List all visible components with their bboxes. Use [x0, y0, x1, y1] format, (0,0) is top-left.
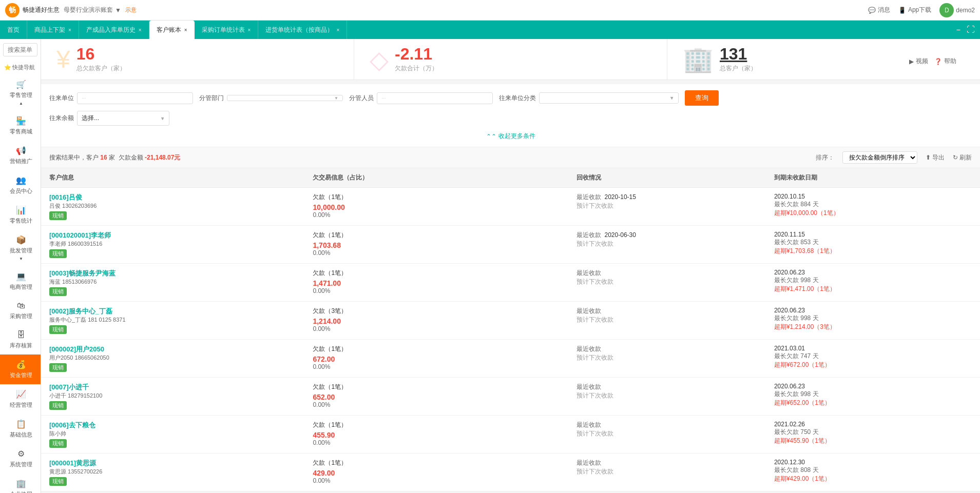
demo-link[interactable]: 示意 [125, 6, 137, 14]
close-icon[interactable]: × [336, 27, 339, 33]
sidebar-item-purchase[interactable]: 🛍 采购管理 [0, 296, 41, 325]
table-row-inner: [0007]小进千 小进千 18279152100 现销 欠款（1笔） 652.… [41, 378, 980, 415]
customer-name-6[interactable]: [0006]去下粮仓 [49, 421, 313, 430]
customer-name-1[interactable]: [0001020001]李老师 [49, 231, 313, 240]
store-selector[interactable]: 母婴行业演示账套 ▼ [64, 6, 121, 14]
debt-amount-7[interactable]: 429.00 [313, 469, 576, 477]
debt-amount-4[interactable]: 672.00 [313, 355, 576, 363]
result-actions: 排序： 按欠款金额倒序排序 ⬆ 导出 ↻ 刷新 [816, 151, 972, 164]
sidebar-item-ecommerce[interactable]: 💻 电商管理 [0, 266, 41, 296]
sidebar-item-batch-mgmt[interactable]: 📦 批发管理 ▼ [0, 230, 41, 266]
customer-name-3[interactable]: [0002]服务中心_丁磊 [49, 307, 313, 316]
overdue-amount-2[interactable]: 超期¥1,471.00（1笔） [774, 285, 972, 293]
overdue-amount-0[interactable]: 超期¥10,000.00（1笔） [774, 209, 972, 218]
tab-stock-summary-label: 进货单统计表（按商品） [265, 26, 333, 34]
message-btn[interactable]: 💬 消息 [868, 6, 890, 14]
query-button[interactable]: 查询 [685, 90, 719, 106]
help-btn[interactable]: ❓ 帮助 [934, 57, 956, 66]
unit-class-select[interactable]: ▼ [539, 92, 679, 104]
duedate-cell: 2020.12.30 最长欠款 808 天 超期¥429.00（1笔） [774, 459, 972, 483]
sort-label: 排序： [816, 153, 834, 162]
table-row: [000002]用户2050 用户2050 18665062050 现销 欠款（… [41, 340, 980, 378]
next-collection-1: 预计下次收款 [577, 240, 774, 248]
debt-amount-1[interactable]: 1,703.68 [313, 241, 576, 249]
sidebar-item-retail-mall[interactable]: 🏪 零售商城 [0, 111, 41, 141]
sidebar-item-members[interactable]: 👥 会员中心 [0, 170, 41, 200]
sidebar-item-retail-stats[interactable]: 📊 零售统计 [0, 200, 41, 230]
tab-customer-account[interactable]: 客户账本 × [149, 21, 195, 39]
sidebar-search-wrapper [0, 39, 41, 61]
close-icon[interactable]: × [184, 27, 187, 33]
close-icon[interactable]: × [68, 27, 71, 33]
close-icon[interactable]: × [248, 27, 251, 33]
customer-name-7[interactable]: [000001]黄思源 [49, 459, 313, 468]
customer-name-5[interactable]: [0007]小进千 [49, 383, 313, 392]
top-bar: 畅 畅捷通好生意 母婴行业演示账套 ▼ 示意 💬 消息 📱 App下载 D de… [0, 0, 980, 21]
sort-select[interactable]: 按欠款金额倒序排序 [842, 151, 917, 164]
sidebar-item-inventory[interactable]: 🗄 库存核算 [0, 325, 41, 354]
tab-home[interactable]: 首页 [0, 21, 27, 39]
tab-expand-icon[interactable]: ⛶ [967, 25, 975, 34]
search-input[interactable] [3, 43, 37, 56]
collection-cell: 最近收款 2020-06-30 预计下次收款 [577, 231, 774, 248]
user-area[interactable]: D demo2 [939, 3, 975, 17]
customer-name-0[interactable]: [0016]吕俊 [49, 193, 313, 202]
customer-info-cell: [000002]用户2050 用户2050 18665062050 现销 [49, 345, 313, 372]
sidebar-item-marketing[interactable]: 📢 营销推广 [0, 141, 41, 170]
debt-amount-6[interactable]: 455.90 [313, 431, 576, 439]
logo-area: 畅 畅捷通好生意 [5, 3, 60, 17]
sidebar-item-enterprise[interactable]: 🏢 企业协同 [0, 474, 41, 493]
last-collection-label-text: 最近收款 [577, 193, 601, 201]
filter-unit-class: 往来单位分类 ▼ [499, 92, 679, 104]
result-prefix: 搜索结果中，客户 [49, 154, 99, 161]
view-video-btn[interactable]: ▶ 视频 [909, 57, 928, 66]
person-input[interactable]: ··· [377, 92, 493, 104]
tab-product-instock[interactable]: 产成品入库单历史 × [79, 21, 149, 39]
person-dots: ··· [381, 95, 386, 101]
debt-amount-5[interactable]: 652.00 [313, 393, 576, 401]
collapse-bar[interactable]: ⌃⌃ 收起更多条件 [49, 130, 972, 143]
debt-percent-6: 0.00% [313, 439, 576, 446]
tab-product-listing[interactable]: 商品上下架 × [27, 21, 79, 39]
overdue-amount-7[interactable]: 超期¥429.00（1笔） [774, 475, 972, 483]
last-collection-label-1: 最近收款 2020-06-30 [577, 231, 774, 240]
tab-purchase-order[interactable]: 采购订单统计表 × [195, 21, 259, 39]
balance-select[interactable]: 选择... ▼ [77, 111, 169, 126]
debt-amount-0[interactable]: 10,000.00 [313, 203, 576, 211]
sidebar-item-retail-mgmt[interactable]: 🛒 零售管理 ▲ [0, 74, 41, 111]
customer-phone-4: 用户2050 18665062050 [49, 354, 313, 362]
overdue-amount-4[interactable]: 超期¥672.00（1笔） [774, 361, 972, 369]
customer-name-4[interactable]: [000002]用户2050 [49, 345, 313, 354]
debt-amount-2[interactable]: 1,471.00 [313, 279, 576, 287]
stat-num-1: 16 [76, 46, 126, 62]
overdue-amount-3[interactable]: 超期¥1,214.00（3笔） [774, 323, 972, 331]
from-unit-input[interactable]: ··· [77, 92, 193, 104]
sidebar-item-operations[interactable]: 📈 经营管理 [0, 384, 41, 414]
sidebar: ⭐ 快捷导航 🛒 零售管理 ▲ 🏪 零售商城 📢 营销推广 👥 会员中心 📊 零… [0, 39, 41, 493]
debt-amount-3[interactable]: 1,214.00 [313, 317, 576, 325]
overdue-amount-6[interactable]: 超期¥455.90（1笔） [774, 437, 972, 445]
tab-collapse-icon[interactable]: － [954, 25, 963, 35]
result-count: 16 [100, 154, 107, 161]
app-download-btn[interactable]: 📱 App下载 [898, 6, 931, 14]
table-row: [0006]去下粮仓 陈小帅 现销 欠款（1笔） 455.90 0.00% 最近… [41, 416, 980, 453]
dept-select[interactable] [227, 95, 343, 101]
sidebar-item-system[interactable]: ⚙ 系统管理 [0, 444, 41, 474]
overdue-amount-5[interactable]: 超期¥652.00（1笔） [774, 399, 972, 407]
overdue-days-2: 最长欠款 998 天 [774, 276, 972, 285]
tab-home-label: 首页 [7, 26, 20, 34]
export-icon: ⬆ [926, 154, 931, 161]
close-icon[interactable]: × [139, 27, 142, 33]
export-btn[interactable]: ⬆ 导出 [926, 153, 945, 162]
customer-name-2[interactable]: [0003]畅捷服务尹海蓝 [49, 269, 313, 278]
balance-selected: 选择... [82, 114, 99, 123]
sidebar-item-finance[interactable]: 💰 资金管理 [0, 354, 41, 384]
customer-info-cell: [0002]服务中心_丁磊 服务中心_丁磊 181 0125 8371 现销 [49, 307, 313, 334]
sidebar-item-basic-info[interactable]: 📋 基础信息 [0, 414, 41, 444]
overdue-amount-1[interactable]: 超期¥1,703.68（1笔） [774, 247, 972, 255]
phone-icon: 📱 [898, 7, 906, 14]
sidebar-quick-nav[interactable]: ⭐ 快捷导航 [0, 61, 41, 74]
tab-stock-summary[interactable]: 进货单统计表（按商品） × [258, 21, 347, 39]
debt-percent-7: 0.00% [313, 477, 576, 484]
refresh-btn[interactable]: ↻ 刷新 [953, 153, 972, 162]
